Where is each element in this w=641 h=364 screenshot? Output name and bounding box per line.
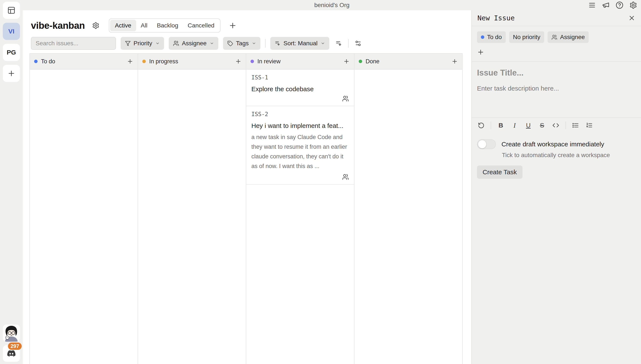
plus-icon: [7, 69, 16, 78]
left-rail: VI PG 297: [0, 0, 23, 364]
bold-button[interactable]: B: [496, 120, 506, 131]
tags-filter-button[interactable]: Tags: [223, 37, 260, 50]
megaphone-icon[interactable]: [602, 1, 610, 9]
sort-desc-icon: [274, 40, 280, 46]
column-title: In review: [258, 58, 280, 65]
toggle-knob: [478, 140, 486, 148]
issue-id: ISS-2: [252, 111, 349, 118]
bullet-list-icon[interactable]: [570, 120, 581, 131]
column-in-progress: In progress: [138, 54, 246, 364]
filter-funnel-icon: [125, 40, 131, 46]
add-card-button[interactable]: [235, 58, 242, 64]
tab-all[interactable]: All: [136, 20, 152, 31]
assignee-chip[interactable]: Assignee: [548, 31, 588, 43]
create-task-button[interactable]: Create Task: [477, 166, 522, 179]
column-title: Done: [366, 58, 380, 65]
status-dot-todo: [34, 60, 38, 63]
priority-filter-button[interactable]: Priority: [121, 37, 164, 50]
ordered-list-icon[interactable]: [584, 120, 595, 131]
status-dot: [481, 36, 484, 39]
column-header-done: Done: [354, 54, 462, 70]
users-icon: [173, 40, 179, 46]
chevron-down-icon: [321, 41, 325, 46]
tab-cancelled[interactable]: Cancelled: [183, 20, 219, 31]
panels-icon: [7, 6, 16, 14]
issue-title-input[interactable]: Issue Title...: [472, 62, 641, 78]
filter-divider: [265, 39, 266, 48]
new-issue-panel: New Issue To do No priority Assignee Iss…: [472, 10, 641, 364]
issue-description: a new task in say Claude Code and they w…: [252, 132, 349, 171]
column-title: To do: [41, 58, 55, 65]
settings-gear-icon[interactable]: [630, 1, 637, 9]
topbar: benioid's Org: [23, 0, 641, 10]
add-workspace-button[interactable]: [3, 65, 20, 82]
issue-title: Explore the codebase: [252, 86, 349, 93]
tag-icon: [227, 40, 233, 46]
avatar-illustration: [3, 324, 20, 342]
user-avatar[interactable]: [3, 324, 20, 342]
code-icon[interactable]: [550, 120, 561, 131]
assignee-users-icon: [342, 95, 349, 102]
boards-nav-button[interactable]: [3, 2, 20, 19]
column-todo: To do: [30, 54, 138, 364]
add-card-button[interactable]: [343, 58, 350, 64]
tab-backlog[interactable]: Backlog: [152, 20, 183, 31]
discord-icon: [6, 348, 16, 358]
strikethrough-button[interactable]: S: [537, 120, 548, 131]
add-issue-button[interactable]: [228, 22, 237, 30]
tags-filter-label: Tags: [236, 40, 248, 47]
toolbar-divider: [491, 122, 491, 129]
priority-chip-label: No priority: [513, 34, 540, 40]
tab-active[interactable]: Active: [110, 20, 136, 31]
workspace-button-vi[interactable]: VI: [3, 23, 20, 40]
search-input[interactable]: [31, 37, 116, 50]
project-settings-icon[interactable]: [92, 22, 100, 29]
kanban-board: To do In progress In review: [30, 53, 462, 364]
add-card-button[interactable]: [127, 58, 133, 64]
issue-card-iss-1[interactable]: ISS-1 Explore the codebase: [246, 70, 354, 106]
column-header-in-review: In review: [246, 54, 354, 70]
column-header-in-progress: In progress: [138, 54, 246, 70]
workspace-button-pg[interactable]: PG: [3, 44, 20, 61]
column-title: In progress: [149, 58, 178, 65]
assignee-users-icon: [342, 174, 349, 180]
underline-button[interactable]: U: [523, 120, 534, 131]
undo-icon[interactable]: [476, 120, 486, 131]
status-filter-tabs: Active All Backlog Cancelled: [109, 18, 220, 32]
column-in-review: In review ISS-1 Explore the codebase ISS…: [246, 54, 354, 364]
discord-button[interactable]: 297: [3, 345, 20, 362]
column-header-todo: To do: [30, 54, 138, 70]
assignee-filter-button[interactable]: Assignee: [169, 37, 218, 50]
view-options-button[interactable]: [353, 39, 363, 48]
add-property-button[interactable]: [477, 48, 484, 56]
create-workspace-toggle-label: Create draft workspace immediately: [502, 140, 604, 148]
issue-description-input[interactable]: Enter task description here...: [472, 78, 641, 118]
status-dot-in-progress: [142, 60, 146, 63]
sort-button[interactable]: Sort: Manual: [270, 37, 329, 50]
sort-direction-button[interactable]: [334, 39, 344, 48]
issue-card-iss-2[interactable]: ISS-2 Hey i want to implement a feat... …: [246, 106, 354, 184]
users-icon: [552, 34, 557, 40]
italic-button[interactable]: I: [509, 120, 520, 131]
create-workspace-toggle[interactable]: [477, 139, 496, 149]
menu-icon[interactable]: [588, 1, 596, 9]
discord-notification-badge: 297: [8, 342, 22, 350]
panel-title: New Issue: [478, 14, 514, 22]
assignee-chip-label: Assignee: [560, 34, 585, 40]
toolbar-divider: [566, 122, 566, 129]
close-icon[interactable]: [628, 14, 636, 22]
priority-filter-label: Priority: [134, 40, 152, 47]
issue-title: Hey i want to implement a feat...: [252, 122, 349, 130]
sort-button-label: Sort: Manual: [283, 40, 318, 47]
help-icon[interactable]: [616, 1, 624, 9]
column-done: Done: [354, 54, 462, 364]
main-content: vibe-kanban Active All Backlog Cancelled…: [23, 10, 472, 364]
chevron-down-icon: [156, 41, 160, 46]
priority-chip[interactable]: No priority: [509, 31, 544, 43]
chevron-down-icon: [210, 41, 214, 46]
page-title: vibe-kanban: [31, 20, 85, 31]
org-title: benioid's Org: [23, 0, 641, 10]
issue-id: ISS-1: [252, 74, 349, 81]
status-chip[interactable]: To do: [477, 31, 506, 43]
add-card-button[interactable]: [452, 58, 458, 64]
